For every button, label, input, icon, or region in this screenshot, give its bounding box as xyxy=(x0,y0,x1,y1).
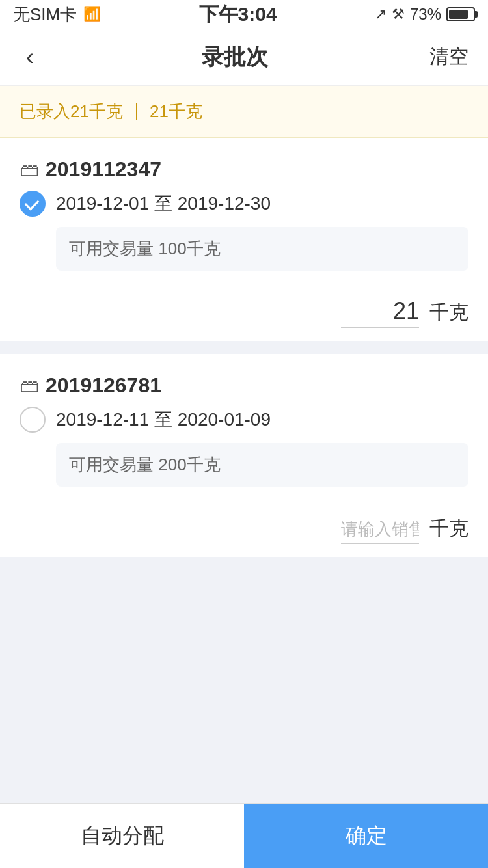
battery-icon xyxy=(446,7,475,21)
battery-text: 73% xyxy=(410,5,441,23)
batch-card-1: 🗃 2019112347 2019-12-01 至 2019-12-30 可用交… xyxy=(0,138,488,284)
batch-card-2: 🗃 2019126781 2019-12-11 至 2020-01-09 可用交… xyxy=(0,354,488,500)
status-left: 无SIM卡 📶 xyxy=(13,3,101,26)
status-right: ↗ ⚒ 73% xyxy=(375,5,475,23)
info-divider xyxy=(136,103,137,120)
quantity-input-1[interactable] xyxy=(341,297,419,325)
batch-date-row-2[interactable]: 2019-12-11 至 2020-01-09 xyxy=(20,407,468,433)
batch-date-row-1[interactable]: 2019-12-01 至 2019-12-30 xyxy=(20,191,468,217)
batch-id-1: 2019112347 xyxy=(46,157,161,182)
batch-id-row-1: 🗃 2019112347 xyxy=(20,157,468,182)
batch-id-2: 2019126781 xyxy=(46,373,161,398)
info-banner: 已录入21千克 21千克 xyxy=(0,86,488,138)
quantity-input-2[interactable] xyxy=(341,513,419,541)
quantity-unit-1: 千克 xyxy=(429,299,468,326)
wifi-icon: 📶 xyxy=(83,6,101,23)
batch-volume-2: 可用交易量 200千克 xyxy=(56,443,468,487)
batch-icon-2: 🗃 xyxy=(20,375,39,397)
clear-button[interactable]: 清空 xyxy=(429,44,468,70)
confirm-button[interactable]: 确定 xyxy=(244,804,488,868)
batch-volume-1: 可用交易量 100千克 xyxy=(56,227,468,271)
nav-bar: ‹ 录批次 清空 xyxy=(0,29,488,86)
auto-distribute-button[interactable]: 自动分配 xyxy=(0,804,244,868)
quantity-underline-1 xyxy=(341,297,419,328)
quantity-row-1: 千克 xyxy=(0,284,488,341)
carrier-text: 无SIM卡 xyxy=(13,3,77,26)
batch-id-row-2: 🗃 2019126781 xyxy=(20,373,468,398)
quantity-row-2: 千克 xyxy=(0,500,488,557)
batch-icon-1: 🗃 xyxy=(20,159,39,181)
batch-date-2: 2019-12-11 至 2020-01-09 xyxy=(56,407,271,432)
section-separator xyxy=(0,341,488,354)
content-area xyxy=(0,557,488,817)
alarm-icon: ⚒ xyxy=(392,6,405,23)
quantity-underline-2 xyxy=(341,513,419,544)
radio-btn-1[interactable] xyxy=(20,191,46,217)
info-value: 21千克 xyxy=(150,100,202,123)
back-button[interactable]: ‹ xyxy=(20,37,40,77)
batch-date-1: 2019-12-01 至 2019-12-30 xyxy=(56,191,271,216)
location-icon: ↗ xyxy=(375,6,386,23)
bottom-bar: 自动分配 确定 xyxy=(0,803,488,868)
info-label: 已录入21千克 xyxy=(20,100,123,123)
status-time: 下午3:04 xyxy=(199,1,277,28)
radio-btn-2[interactable] xyxy=(20,407,46,433)
page-title: 录批次 xyxy=(202,42,268,72)
status-bar: 无SIM卡 📶 下午3:04 ↗ ⚒ 73% xyxy=(0,0,488,29)
quantity-unit-2: 千克 xyxy=(429,515,468,542)
